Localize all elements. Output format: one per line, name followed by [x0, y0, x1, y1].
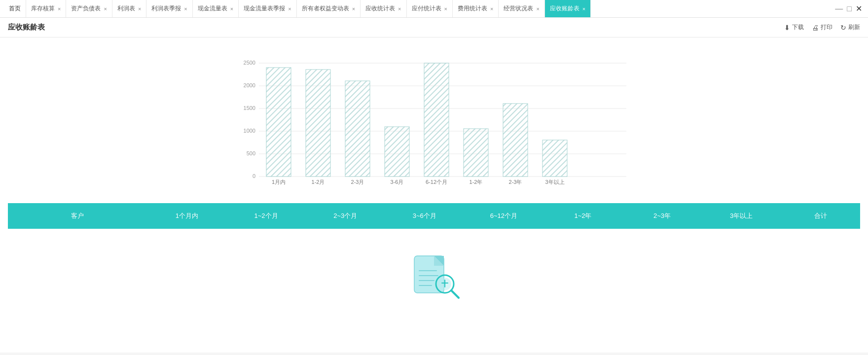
print-icon: 🖨 [812, 24, 819, 32]
close-button[interactable]: ✕ [856, 4, 862, 13]
maximize-button[interactable]: □ [847, 4, 852, 13]
tab-expense-stat[interactable]: 费用统计表× [453, 0, 499, 17]
tab-cashflow-quarterly[interactable]: 现金流量表季报× [239, 0, 296, 17]
bar-3-6月 [385, 127, 409, 177]
col-customer: 客户 [8, 212, 147, 220]
bar-2-3月 [345, 81, 370, 177]
bar-3年以上 [542, 140, 567, 177]
col-year1-2: 1~2年 [543, 212, 623, 220]
tab-close-inventory[interactable]: × [58, 6, 61, 12]
svg-text:6-12个月: 6-12个月 [426, 179, 447, 185]
refresh-button[interactable]: ↻ 刷新 [840, 23, 860, 32]
refresh-label: 刷新 [848, 23, 860, 32]
tab-close-ar-aging[interactable]: × [582, 6, 585, 12]
tab-close-cashflow[interactable]: × [230, 6, 233, 12]
svg-text:2000: 2000 [244, 82, 255, 88]
svg-text:1-2月: 1-2月 [312, 179, 325, 185]
tab-home[interactable]: 首页 [4, 0, 26, 17]
page-header: 应收账龄表 ⬇ 下载 🖨 打印 ↻ 刷新 [0, 18, 868, 37]
tab-equity[interactable]: 所有者权益变动表× [297, 0, 361, 17]
tab-label-balance: 资产负债表 [71, 4, 101, 13]
col-year2-3: 2~3年 [622, 212, 702, 220]
tab-profit[interactable]: 利润表× [112, 0, 146, 17]
empty-state-icon [404, 248, 464, 303]
tab-close-profit[interactable]: × [138, 6, 141, 12]
refresh-icon: ↻ [840, 24, 846, 32]
tab-ar-aging[interactable]: 应收账龄表× [545, 0, 591, 17]
bar-1-2年 [464, 129, 488, 177]
print-label: 打印 [821, 23, 832, 32]
download-label: 下载 [792, 23, 804, 32]
tab-label-expense-stat: 费用统计表 [458, 4, 487, 13]
tab-inventory[interactable]: 库存核算× [26, 0, 66, 17]
bar-1月内 [266, 68, 291, 177]
bar-1-2月 [306, 70, 330, 177]
tab-close-ap-stat[interactable]: × [444, 6, 447, 12]
svg-text:0: 0 [253, 173, 255, 179]
empty-illustration [404, 248, 464, 304]
minimize-button[interactable]: — [835, 4, 843, 13]
bar-2-3年 [503, 104, 528, 177]
tab-label-profit: 利润表 [117, 4, 135, 13]
header-actions: ⬇ 下载 🖨 打印 ↻ 刷新 [784, 23, 860, 32]
tab-bar-right: — □ ✕ [835, 4, 864, 13]
tab-label-inventory: 库存核算 [31, 4, 55, 13]
col-month3-6: 3~6个月 [385, 212, 464, 220]
col-month6-12: 6~12个月 [464, 212, 543, 220]
download-button[interactable]: ⬇ 下载 [784, 23, 804, 32]
tab-close-equity[interactable]: × [352, 6, 355, 12]
chart-area: 0 500 1000 1500 2000 2500 1月内 1-2月 2-3月 [8, 45, 860, 199]
empty-state [8, 229, 860, 324]
svg-text:1500: 1500 [244, 105, 255, 111]
page-title: 应收账龄表 [8, 23, 45, 32]
svg-text:3-6月: 3-6月 [391, 179, 404, 185]
tab-bar: 首页 库存核算×资产负债表×利润表×利润表季报×现金流量表×现金流量表季报×所有… [0, 0, 868, 18]
svg-text:2-3月: 2-3月 [351, 179, 364, 185]
col-year3plus: 3年以上 [702, 212, 781, 220]
tab-close-cashflow-quarterly[interactable]: × [288, 6, 291, 12]
tab-label-ar-aging: 应收账龄表 [550, 4, 579, 13]
tab-cashflow[interactable]: 现金流量表× [193, 0, 239, 17]
bar-6-12个月 [424, 63, 449, 177]
tab-profit-quarterly[interactable]: 利润表季报× [146, 0, 192, 17]
bar-chart: 0 500 1000 1500 2000 2500 1月内 1-2月 2-3月 [232, 53, 636, 191]
tab-home-label: 首页 [9, 4, 21, 13]
tab-close-expense-stat[interactable]: × [490, 6, 493, 12]
col-month2-3: 2~3个月 [306, 212, 385, 220]
chart-container: 0 500 1000 1500 2000 2500 1月内 1-2月 2-3月 [232, 53, 636, 191]
tab-label-cashflow: 现金流量表 [198, 4, 227, 13]
tab-label-equity: 所有者权益变动表 [302, 4, 349, 13]
svg-text:2-3年: 2-3年 [509, 179, 522, 185]
tab-label-profit-quarterly: 利润表季报 [151, 4, 181, 13]
tab-label-operations: 经营状况表 [504, 4, 533, 13]
download-icon: ⬇ [784, 24, 790, 32]
tab-label-ap-stat: 应付统计表 [412, 4, 441, 13]
tab-operations[interactable]: 经营状况表× [499, 0, 544, 17]
tab-close-operations[interactable]: × [536, 6, 539, 12]
col-month1-2: 1~2个月 [226, 212, 306, 220]
tab-close-balance[interactable]: × [104, 6, 107, 12]
tab-label-cashflow-quarterly: 现金流量表季报 [244, 4, 285, 13]
svg-text:3年以上: 3年以上 [545, 179, 564, 185]
svg-text:500: 500 [247, 150, 255, 156]
svg-text:1000: 1000 [244, 128, 255, 134]
tab-ar-stat[interactable]: 应收统计表× [361, 0, 406, 17]
tab-balance[interactable]: 资产负债表× [66, 0, 112, 17]
table-header: 客户 1个月内 1~2个月 2~3个月 3~6个月 6~12个月 1~2年 2~… [8, 203, 860, 229]
main-content: 0 500 1000 1500 2000 2500 1月内 1-2月 2-3月 [0, 37, 868, 353]
svg-text:2500: 2500 [244, 60, 255, 66]
print-button[interactable]: 🖨 打印 [812, 23, 832, 32]
tab-label-ar-stat: 应收统计表 [365, 4, 395, 13]
svg-text:1月内: 1月内 [272, 179, 286, 185]
col-month1: 1个月内 [147, 212, 227, 220]
svg-text:1-2年: 1-2年 [470, 179, 483, 185]
svg-line-30 [451, 290, 459, 298]
tab-close-ar-stat[interactable]: × [398, 6, 401, 12]
tab-close-profit-quarterly[interactable]: × [184, 6, 187, 12]
col-total: 合计 [781, 212, 860, 220]
tab-ap-stat[interactable]: 应付统计表× [407, 0, 453, 17]
